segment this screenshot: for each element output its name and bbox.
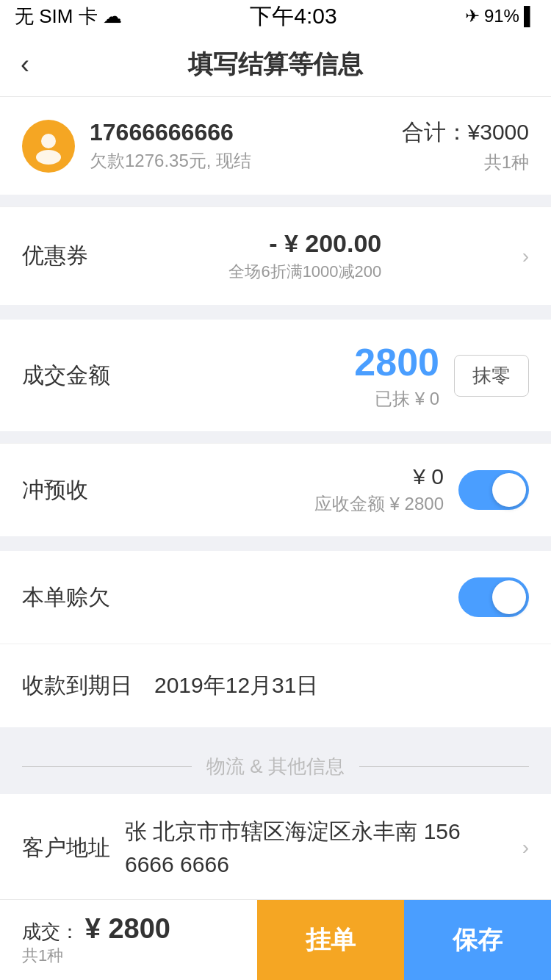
chevron-right-icon: › <box>522 245 529 268</box>
toggle-knob <box>492 473 526 507</box>
logistics-line-right <box>359 766 529 767</box>
credit-toggle-knob <box>492 580 526 614</box>
address-value: 张 北京市市辖区海淀区永丰南 156 6666 6666 <box>125 815 508 881</box>
address-chevron-icon: › <box>522 836 529 860</box>
due-date-row: 收款到期日 2019年12月31日 <box>0 644 551 727</box>
customer-total: 合计：¥3000 共1种 <box>402 118 529 174</box>
due-date-label: 收款到期日 <box>22 671 132 701</box>
location-icon: ✈ <box>465 6 480 26</box>
footer-bar: 成交： ¥ 2800 共1种 挂单 保存 <box>0 899 551 980</box>
total-amount: 合计：¥3000 <box>402 118 529 148</box>
due-date-value: 2019年12月31日 <box>154 671 318 701</box>
divider-2 <box>0 536 551 551</box>
credit-row: 本单赊欠 <box>0 551 551 644</box>
footer-deal-label: 成交： <box>22 920 79 943</box>
prepay-amount-wrap: ¥ 0 应收金额 ¥ 2800 <box>314 464 444 516</box>
credit-label: 本单赊欠 <box>22 583 110 613</box>
avatar <box>22 120 75 173</box>
footer-deal-amount: ¥ 2800 <box>85 913 170 944</box>
logistics-label: 物流 & 其他信息 <box>206 754 345 779</box>
total-value: ¥3000 <box>468 120 529 144</box>
footer-summary: 成交： ¥ 2800 共1种 <box>0 913 257 967</box>
svg-point-0 <box>41 134 56 148</box>
deal-right: 2800 已抹 ¥ 0 抹零 <box>354 340 529 411</box>
customer-info-row: 17666666666 欠款1276.35元, 现结 合计：¥3000 共1种 <box>0 97 551 195</box>
svg-point-1 <box>36 150 61 165</box>
prepay-right: ¥ 0 应收金额 ¥ 2800 <box>314 464 529 516</box>
customer-left: 17666666666 欠款1276.35元, 现结 <box>22 119 251 173</box>
coupon-label: 优惠券 <box>22 241 88 271</box>
battery-icon: ▌ <box>524 6 536 26</box>
deal-amount-value: 2800 <box>354 340 439 384</box>
round-zero-button[interactable]: 抹零 <box>454 355 529 397</box>
total-label: 合计： <box>402 120 468 144</box>
customer-sub: 欠款1276.35元, 现结 <box>90 149 251 173</box>
coupon-right: - ¥ 200.00 全场6折满1000减200 <box>228 229 381 283</box>
page-title: 填写结算等信息 <box>188 48 363 82</box>
status-bar: 无 SIM 卡 ☁ 下午4:03 ✈ 91% ▌ <box>0 0 551 32</box>
customer-phone: 17666666666 <box>90 119 251 146</box>
status-time: 下午4:03 <box>250 1 336 32</box>
total-count: 共1种 <box>402 151 529 174</box>
prepay-row: 冲预收 ¥ 0 应收金额 ¥ 2800 <box>0 443 551 536</box>
deal-amount-wrap: 2800 已抹 ¥ 0 <box>354 340 439 411</box>
coupon-row[interactable]: 优惠券 - ¥ 200.00 全场6折满1000减200 › <box>0 206 551 305</box>
address-row[interactable]: 客户地址 张 北京市市辖区海淀区永丰南 156 6666 6666 › <box>0 794 551 901</box>
battery-text: 91% <box>484 6 519 26</box>
deal-label: 成交金额 <box>22 361 110 391</box>
footer-deal-line: 成交： ¥ 2800 <box>22 913 235 945</box>
hang-button[interactable]: 挂单 <box>257 900 404 981</box>
prepay-amount: ¥ 0 <box>314 464 444 489</box>
footer-count: 共1种 <box>22 945 235 967</box>
prepay-label: 冲预收 <box>22 475 88 505</box>
logistics-header: 物流 & 其他信息 <box>0 739 551 794</box>
save-button[interactable]: 保存 <box>404 900 551 981</box>
coupon-amount: - ¥ 200.00 <box>228 229 381 258</box>
credit-toggle[interactable] <box>458 577 529 617</box>
prepay-toggle[interactable] <box>458 470 529 510</box>
logistics-line-left <box>22 766 192 767</box>
divider-1 <box>0 305 551 320</box>
signal-text: 无 SIM 卡 ☁ <box>15 4 122 29</box>
prepay-sub: 应收金额 ¥ 2800 <box>314 492 444 516</box>
coupon-sub: 全场6折满1000减200 <box>228 261 381 283</box>
customer-details: 17666666666 欠款1276.35元, 现结 <box>90 119 251 173</box>
deal-sub: 已抹 ¥ 0 <box>354 387 439 411</box>
back-button[interactable]: ‹ <box>21 49 29 80</box>
status-right: ✈ 91% ▌ <box>465 6 536 26</box>
status-left: 无 SIM 卡 ☁ <box>15 4 122 29</box>
nav-bar: ‹ 填写结算等信息 <box>0 32 551 97</box>
deal-amount-row: 成交金额 2800 已抹 ¥ 0 抹零 <box>0 320 551 431</box>
address-label: 客户地址 <box>22 833 110 863</box>
